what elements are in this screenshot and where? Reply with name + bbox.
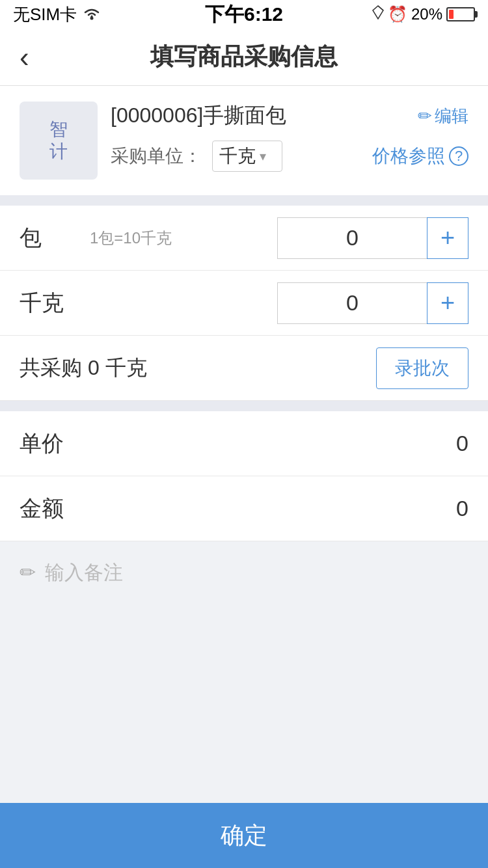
unit-value: 千克 xyxy=(219,144,256,169)
price-ref-button[interactable]: 价格参照 ? xyxy=(372,144,468,169)
kg-label: 千克 xyxy=(20,288,85,318)
amount-row: 金额 0 xyxy=(0,476,488,541)
back-button[interactable]: ‹ xyxy=(20,43,29,72)
bag-input-row: 包 1包=10千克 + xyxy=(0,206,488,271)
kg-input-row: 千克 + xyxy=(0,271,488,336)
edit-icon: ✏ xyxy=(418,106,432,126)
summary-row: 共采购 0 千克 录批次 xyxy=(0,336,488,401)
bag-input-controls: + xyxy=(277,217,468,259)
bag-label: 包 xyxy=(20,223,85,253)
product-name-row: [0000006]手撕面包 ✏ 编辑 xyxy=(111,102,468,130)
status-right: ⏰ 20% xyxy=(372,5,475,23)
unit-label: 采购单位： xyxy=(111,144,202,169)
bag-number-input[interactable] xyxy=(277,217,427,259)
summary-unit: 千克 xyxy=(105,356,147,379)
wifi-icon xyxy=(82,5,102,25)
amount-value: 0 xyxy=(456,496,468,521)
product-image: 智 计 xyxy=(20,102,98,180)
battery-icon xyxy=(446,7,475,21)
status-time: 下午6:12 xyxy=(205,1,283,28)
alarm-icon: ⏰ xyxy=(388,5,407,23)
kg-plus-button[interactable]: + xyxy=(427,282,468,324)
summary-prefix: 共采购 xyxy=(20,356,82,379)
status-left: 无SIM卡 xyxy=(13,3,102,26)
battery-percent: 20% xyxy=(411,5,442,23)
unit-select[interactable]: 千克 ▾ xyxy=(212,141,282,172)
price-ref-label: 价格参照 xyxy=(372,144,445,169)
price-ref-help-icon: ? xyxy=(449,146,468,166)
confirm-button[interactable]: 确定 xyxy=(0,803,488,868)
divider-1 xyxy=(0,195,488,206)
edit-label: 编辑 xyxy=(435,105,468,128)
unit-price-value: 0 xyxy=(456,431,468,456)
unit-dropdown-arrow: ▾ xyxy=(260,148,266,164)
product-info: [0000006]手撕面包 ✏ 编辑 采购单位： 千克 ▾ 价格参照 ? xyxy=(111,102,468,172)
remark-section[interactable]: ✏ 输入备注 xyxy=(0,541,488,645)
svg-point-0 xyxy=(90,16,94,20)
pencil-icon: ✏ xyxy=(20,561,36,584)
bag-plus-button[interactable]: + xyxy=(427,217,468,259)
content-spacer xyxy=(0,645,488,803)
divider-2 xyxy=(0,401,488,411)
product-name: [0000006]手撕面包 xyxy=(111,102,286,130)
kg-number-input[interactable] xyxy=(277,282,427,324)
batch-button[interactable]: 录批次 xyxy=(376,347,468,389)
purchase-unit-row: 采购单位： 千克 ▾ 价格参照 ? xyxy=(111,141,468,172)
carrier-label: 无SIM卡 xyxy=(13,3,77,26)
unit-price-row: 单价 0 xyxy=(0,411,488,476)
input-section: 包 1包=10千克 + 千克 + 共采购 0 千克 录批次 xyxy=(0,206,488,401)
unit-price-label: 单价 xyxy=(20,429,64,459)
summary-text: 共采购 0 千克 xyxy=(20,354,147,383)
bag-sublabel: 1包=10千克 xyxy=(90,228,172,249)
kg-input-controls: + xyxy=(277,282,468,324)
page-title: 填写商品采购信息 xyxy=(150,41,338,73)
location-icon xyxy=(372,5,384,23)
product-logo: 智 计 xyxy=(49,118,68,162)
nav-bar: ‹ 填写商品采购信息 xyxy=(0,29,488,86)
price-section: 单价 0 金额 0 xyxy=(0,411,488,541)
remark-placeholder: 输入备注 xyxy=(45,560,123,586)
product-card: 智 计 [0000006]手撕面包 ✏ 编辑 采购单位： 千克 ▾ 价格参照 xyxy=(0,86,488,195)
confirm-label: 确定 xyxy=(221,820,267,852)
edit-button[interactable]: ✏ 编辑 xyxy=(418,105,468,128)
status-bar: 无SIM卡 下午6:12 ⏰ 20% xyxy=(0,0,488,29)
summary-amount: 0 xyxy=(88,356,100,379)
amount-label: 金额 xyxy=(20,494,64,524)
